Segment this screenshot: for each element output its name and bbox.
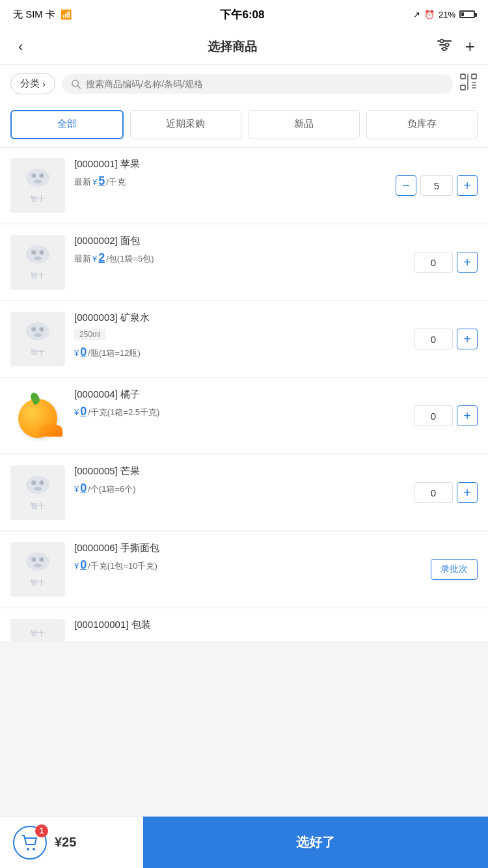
svg-rect-10: [461, 85, 465, 90]
svg-point-30: [33, 328, 35, 331]
cart-total: ¥25: [55, 835, 76, 850]
svg-point-32: [34, 333, 42, 337]
scan-icon[interactable]: [459, 73, 478, 94]
search-input[interactable]: [86, 79, 444, 89]
tab-new-product[interactable]: 新品: [248, 110, 360, 139]
product-info: [0000001] 苹果 最新 ¥ 5 /千克: [74, 158, 386, 188]
add-button[interactable]: +: [465, 36, 475, 57]
product-name: [0000006] 手撕面包: [74, 542, 422, 554]
svg-point-3: [440, 39, 443, 42]
search-bar: 分类 ›: [0, 65, 488, 102]
svg-point-26: [34, 256, 42, 260]
product-image-partial: 智十: [10, 619, 65, 641]
svg-point-44: [34, 563, 42, 567]
product-name: [0000003] 矿泉水: [74, 312, 405, 324]
list-item: [0000004] 橘子 ¥ 0 /千克(1箱=2.5千克) +: [0, 378, 488, 454]
svg-point-21: [26, 245, 49, 264]
category-button[interactable]: 分类 ›: [10, 73, 55, 94]
svg-point-46: [33, 848, 35, 850]
battery-text: 21%: [439, 10, 455, 20]
brand-logo-text: 智十: [31, 347, 45, 357]
quantity-input[interactable]: [420, 175, 453, 196]
confirm-button[interactable]: 选好了: [143, 817, 488, 869]
status-time: 下午6:08: [220, 7, 264, 22]
product-price: 最新 ¥ 5 /千克: [74, 174, 386, 188]
status-bar: 无 SIM 卡 📶 下午6:08 ↗ ⏰ 21%: [0, 0, 488, 29]
back-button[interactable]: ‹: [13, 33, 28, 61]
svg-point-45: [27, 848, 29, 850]
product-price: 最新 ¥ 2 /包(1袋=5包): [74, 251, 405, 265]
quantity-control: +: [414, 482, 478, 503]
product-info: [0000006] 手撕面包 ¥ 0 /千克(1包=10千克): [74, 542, 422, 572]
product-info: [0000003] 矿泉水 250ml ¥ 0 /瓶(1箱=12瓶): [74, 312, 405, 359]
increase-button[interactable]: +: [457, 482, 478, 503]
quantity-input[interactable]: [414, 482, 453, 503]
tab-all[interactable]: 全部: [10, 110, 124, 139]
bottom-bar: 1 ¥25 选好了: [0, 816, 488, 868]
svg-point-4: [445, 43, 448, 46]
brand-logo-text: 智十: [31, 501, 45, 511]
cart-badge: 1: [35, 824, 48, 837]
product-info: [0000005] 芒果 ¥ 0 /个(1箱=6个): [74, 465, 405, 495]
quantity-input[interactable]: [414, 329, 453, 349]
product-name: [0000002] 面包: [74, 235, 405, 247]
quantity-control: +: [414, 329, 478, 349]
alarm-icon: ⏰: [424, 10, 435, 20]
nav-bar: ‹ 选择商品 +: [0, 29, 488, 65]
svg-point-27: [26, 322, 49, 340]
battery-icon: [459, 10, 475, 18]
product-info-partial: [000100001] 包装: [74, 619, 478, 635]
list-item: 智十 [0000001] 苹果 最新 ¥ 5 /千克 − +: [0, 148, 488, 223]
product-spec: 250ml: [74, 329, 106, 340]
product-name: [0000001] 苹果: [74, 158, 386, 170]
product-price: ¥ 0 /千克(1包=10千克): [74, 558, 422, 572]
increase-button[interactable]: +: [457, 252, 478, 273]
quantity-control: +: [414, 405, 478, 426]
product-image-shred-bread: 智十: [10, 542, 65, 597]
decrease-button[interactable]: −: [396, 175, 416, 196]
carrier-text: 无 SIM 卡: [13, 8, 55, 21]
tab-recent-purchase[interactable]: 近期采购: [130, 110, 242, 139]
svg-point-20: [34, 180, 42, 183]
quantity-input[interactable]: [414, 405, 453, 426]
nav-actions: +: [437, 36, 475, 57]
product-image-water: 智十: [10, 312, 65, 366]
search-icon: [71, 79, 81, 89]
page-title: 选择商品: [208, 38, 257, 55]
status-left: 无 SIM 卡 📶: [13, 8, 72, 21]
wifi-icon: 📶: [61, 9, 72, 20]
cart-icon: [21, 834, 39, 851]
increase-button[interactable]: +: [457, 329, 478, 349]
product-price: ¥ 0 /瓶(1箱=12瓶): [74, 346, 405, 359]
product-name: [0000005] 芒果: [74, 465, 405, 478]
product-image-apple: 智十: [10, 158, 65, 213]
svg-point-25: [40, 251, 43, 254]
cart-button[interactable]: 1: [13, 826, 47, 860]
product-info: [0000004] 橘子 ¥ 0 /千克(1箱=2.5千克): [74, 388, 405, 418]
increase-button[interactable]: +: [457, 405, 478, 426]
product-name-partial: [000100001] 包装: [74, 619, 478, 631]
svg-rect-9: [472, 74, 476, 79]
quantity-input[interactable]: [414, 252, 453, 273]
svg-point-33: [26, 476, 49, 494]
increase-button[interactable]: +: [457, 175, 478, 196]
location-icon: ↗: [413, 10, 420, 20]
brand-logo-text: 智十: [31, 271, 45, 280]
tab-negative-stock[interactable]: 负库存: [366, 110, 478, 139]
product-info: [0000002] 面包 最新 ¥ 2 /包(1袋=5包): [74, 235, 405, 265]
record-batch-button[interactable]: 录批次: [431, 559, 478, 580]
quantity-control: +: [414, 252, 478, 273]
list-item: 智十 [0000006] 手撕面包 ¥ 0 /千克(1包=10千克) 录批次: [0, 532, 488, 607]
svg-point-31: [40, 328, 43, 331]
filter-button[interactable]: [437, 38, 452, 56]
filter-tabs: 全部 近期采购 新品 负库存: [0, 102, 488, 148]
product-image-mango: 智十: [10, 465, 65, 520]
svg-rect-8: [461, 74, 465, 79]
svg-line-7: [78, 85, 81, 88]
quantity-control: − +: [396, 175, 478, 196]
svg-point-36: [33, 481, 35, 484]
brand-logo-text: 智十: [31, 578, 45, 588]
svg-point-19: [40, 174, 43, 177]
search-input-wrap[interactable]: [62, 74, 453, 94]
svg-point-24: [33, 251, 35, 254]
